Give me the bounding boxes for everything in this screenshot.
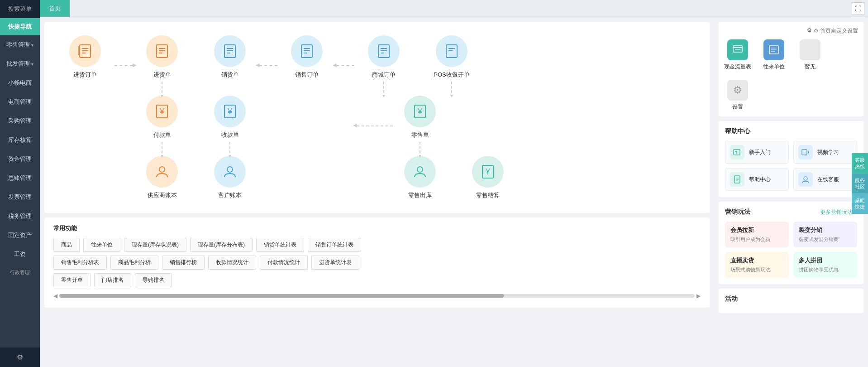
flow-node-retail[interactable]: ¥ 零售单 (393, 96, 447, 139)
float-btn-service[interactable]: 客服热线 (852, 153, 868, 174)
btn-purchase-stat[interactable]: 进货单统计表 (311, 256, 359, 270)
common-buttons-row1: 商品 往来单位 现存量(库存状况表) 现存量(库存分布表) 销货单统计表 销售订… (53, 238, 701, 252)
retail-icon: ¥ (404, 96, 436, 127)
supplier-label: 供应商账本 (148, 191, 177, 199)
help-item-video[interactable]: 视频学习 (793, 141, 857, 164)
marketing-item-group[interactable]: 多人拼团 拼团购物享受优惠 (793, 252, 857, 278)
member-title: 会员拉新 (730, 226, 783, 234)
marketing-item-fission[interactable]: 裂变分销 裂变式发展分销商 (793, 222, 857, 247)
btn-stock-dist[interactable]: 现存量(库存分布表) (190, 238, 253, 252)
tab-home[interactable]: 首页 (40, 0, 70, 17)
marketing-item-live[interactable]: 直播卖货 场景式购物新玩法 (725, 252, 789, 278)
flow-node-pos[interactable]: POS收银开单 (424, 35, 479, 79)
btn-sale-rank[interactable]: 销售排行榜 (162, 256, 205, 270)
svg-point-30 (227, 167, 233, 172)
group-desc: 拼团购物享受优惠 (799, 266, 852, 273)
sidebar-item-ledger[interactable]: 总账管理 (0, 169, 40, 188)
live-title: 直播卖货 (730, 256, 783, 265)
marketing-item-member[interactable]: 会员拉新 吸引用户成为会员 (725, 222, 789, 247)
help-item-help[interactable]: 帮助中心 (725, 168, 789, 191)
help-title: 帮助中心 (725, 127, 857, 135)
scroll-thumb (59, 294, 504, 298)
sidebar-search[interactable]: 搜索菜单 (0, 0, 40, 18)
sidebar-item-ecom-mgmt[interactable]: 电商管理 (0, 92, 40, 111)
fission-title: 裂变分销 (799, 226, 852, 234)
btn-guide-rank[interactable]: 导购排名 (135, 273, 172, 287)
flow-node-purchase[interactable]: 进货单 (135, 35, 189, 79)
svg-point-31 (417, 167, 423, 172)
float-btn-desktop[interactable]: 桌面快捷 (852, 193, 868, 214)
sidebar-item-purchase[interactable]: 采购管理 (0, 111, 40, 130)
sidebar-item-label: 资金管理 (8, 155, 32, 163)
sidebar-item-ecommerce[interactable]: 小畅电商 (0, 73, 40, 92)
sidebar: 搜索菜单 快捷导航 零售管理 ▾ 批发管理 ▾ 小畅电商 电商管理 采购管理 库… (0, 0, 40, 367)
flow-node-sale[interactable]: 销货单 (203, 35, 257, 79)
sidebar-item-retail[interactable]: 零售管理 ▾ (0, 35, 40, 54)
svg-text:¥: ¥ (227, 107, 233, 116)
scroll-track[interactable] (59, 294, 695, 298)
btn-goods[interactable]: 商品 (53, 238, 80, 252)
homepage-settings-link[interactable]: ⚙ ⚙ 首页自定义设置 (724, 27, 858, 35)
quick-icon-settings[interactable]: ⚙ 设置 (724, 80, 751, 111)
flow-node-sale-order[interactable]: 销售订单 (280, 35, 334, 79)
btn-goods-profit[interactable]: 商品毛利分析 (110, 256, 158, 270)
service-icon (798, 172, 813, 187)
content-area: 进货订单 ▶ 进货单 (40, 17, 868, 367)
sale-label: 销货单 (221, 71, 239, 79)
member-desc: 吸引用户成为会员 (730, 236, 783, 243)
svg-text:¥: ¥ (159, 107, 165, 116)
live-desc: 场景式购物新玩法 (730, 266, 783, 273)
quick-icon-contacts[interactable]: 往来单位 (760, 39, 787, 71)
svg-marker-43 (808, 150, 809, 154)
help-item-service[interactable]: 在线客服 (793, 168, 857, 191)
scroll-right-btn[interactable]: ▶ (696, 293, 701, 299)
flow-node-purchase-order[interactable]: 进货订单 (58, 35, 112, 79)
flow-node-retail-out[interactable]: 零售出库 (393, 156, 447, 199)
btn-retail-order[interactable]: 零售开单 (53, 273, 91, 287)
btn-payment-stat[interactable]: 付款情况统计 (260, 256, 308, 270)
sidebar-item-payroll[interactable]: 工资 (0, 245, 40, 264)
flow-node-retail-settle[interactable]: ¥ 零售结算 (461, 156, 515, 199)
help-item-beginner[interactable]: 新手入门 (725, 141, 789, 164)
sidebar-item-assets[interactable]: 固定资产 (0, 226, 40, 245)
svg-text:¥: ¥ (485, 167, 491, 176)
sidebar-settings-button[interactable]: ⚙ (0, 348, 40, 367)
retail-out-icon (404, 156, 436, 188)
sidebar-nav-label[interactable]: 快捷导航 (0, 18, 40, 35)
pos-label: POS收银开单 (434, 71, 469, 79)
fission-desc: 裂变式发展分销商 (799, 236, 852, 243)
payment-label: 付款单 (153, 131, 171, 139)
sidebar-item-more[interactable]: 行政管理 (0, 264, 40, 281)
quick-icon-none[interactable]: 暂无 (796, 39, 824, 71)
flow-node-receipt[interactable]: ¥ 收款单 (203, 96, 257, 139)
retail-out-label: 零售出库 (408, 191, 432, 199)
sidebar-item-label: 零售管理 (6, 41, 30, 49)
btn-receipt-stat[interactable]: 收款情况统计 (208, 256, 256, 270)
scroll-left-btn[interactable]: ◀ (53, 293, 57, 299)
btn-contacts[interactable]: 往来单位 (83, 238, 120, 252)
sidebar-item-finance[interactable]: 资金管理 (0, 150, 40, 169)
quick-icon-cashflow[interactable]: 现金流量表 (724, 39, 751, 71)
flow-node-customer[interactable]: 客户账本 (203, 156, 257, 199)
left-panel: 进货订单 ▶ 进货单 (40, 17, 714, 367)
float-btn-community[interactable]: 服务社区 (852, 174, 868, 194)
supplier-icon (146, 156, 178, 188)
sidebar-item-invoice[interactable]: 发票管理 (0, 188, 40, 207)
marketing-header: 营销玩法 更多营销玩法 > (725, 208, 857, 216)
tab-bar-right: ⛶ (852, 0, 868, 17)
btn-sale-stat[interactable]: 销货单统计表 (256, 238, 304, 252)
flow-node-mall-order[interactable]: 商城订单 (357, 35, 411, 79)
help-doc-icon (730, 172, 744, 187)
flow-node-payment[interactable]: ¥ 付款单 (135, 96, 189, 139)
btn-sale-profit[interactable]: 销售毛利分析表 (53, 256, 107, 270)
btn-store-rank[interactable]: 门店排名 (94, 273, 131, 287)
btn-sale-order-stat[interactable]: 销售订单统计表 (308, 238, 361, 252)
flow-container: 进货订单 ▶ 进货单 (53, 31, 701, 208)
flow-node-supplier[interactable]: 供应商账本 (135, 156, 189, 199)
fullscreen-button[interactable]: ⛶ (852, 2, 864, 15)
btn-stock-status[interactable]: 现存量(库存状况表) (124, 238, 186, 252)
sidebar-item-inventory[interactable]: 库存核算 (0, 130, 40, 150)
sidebar-item-tax[interactable]: 税务管理 (0, 207, 40, 226)
sidebar-item-wholesale[interactable]: 批发管理 ▾ (0, 54, 40, 73)
cashflow-icon (727, 39, 748, 60)
